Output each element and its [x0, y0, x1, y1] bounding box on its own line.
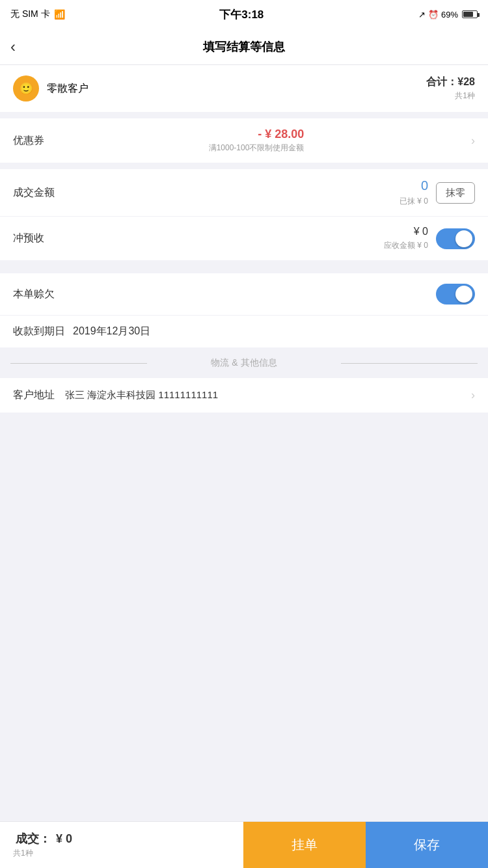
toggle-thumb	[455, 230, 472, 247]
address-value: 张三 海淀永丰科技园 11111111111	[65, 389, 461, 401]
alarm-icon: ⏰	[428, 10, 439, 20]
logistics-header: 物流 & 其他信息	[0, 347, 488, 378]
address-label: 客户地址	[13, 388, 55, 402]
due-date-label: 收款到期日	[13, 325, 65, 338]
bottom-count: 共1种	[13, 848, 230, 859]
total-count: 共1种	[426, 90, 475, 102]
prepay-input-area: ¥ 0 应收金额 ¥ 0	[384, 226, 428, 251]
transaction-label: 成交金额	[13, 186, 55, 200]
debt-label: 本单赊欠	[13, 288, 55, 301]
prepay-label: 冲预收	[13, 232, 44, 245]
debt-section: 本单赊欠 收款到期日 2019年12月30日	[0, 273, 488, 347]
address-chevron: ›	[471, 388, 475, 402]
toggle-track	[436, 228, 475, 249]
customer-row: 🙂 零散客户 合计：¥28 共1种	[0, 65, 488, 112]
transaction-section: 成交金额 0 已抹 ¥ 0 抹零 冲预收 ¥ 0 应收金额 ¥ 0	[0, 169, 488, 260]
bottom-info: 成交： ¥ 0 共1种	[0, 831, 243, 859]
coupon-chevron: ›	[471, 134, 475, 148]
debt-toggle-track	[436, 284, 475, 305]
debt-row: 本单赊欠	[0, 273, 488, 315]
sim-status: 无 SIM 卡	[10, 8, 50, 20]
coupon-value: - ¥ 28.00	[258, 128, 304, 141]
divider-1	[0, 267, 488, 273]
transaction-input-area: 0 已抹 ¥ 0	[400, 178, 428, 207]
round-button[interactable]: 抹零	[436, 182, 475, 204]
prepay-value: ¥ 0	[414, 226, 428, 237]
prepay-row: 冲预收 ¥ 0 应收金额 ¥ 0	[0, 216, 488, 260]
due-date-row: 收款到期日 2019年12月30日	[0, 315, 488, 347]
customer-right: 合计：¥28 共1种	[426, 75, 475, 102]
avatar: 🙂	[13, 75, 39, 102]
empty-area	[0, 413, 488, 543]
prepay-right: ¥ 0 应收金额 ¥ 0	[384, 226, 475, 251]
status-time: 下午3:18	[219, 7, 264, 22]
status-right: ↗ ⏰ 69%	[418, 10, 478, 20]
hold-button[interactable]: 挂单	[243, 822, 366, 869]
transaction-row: 成交金额 0 已抹 ¥ 0 抹零	[0, 169, 488, 216]
coupon-sub: 满1000-100不限制使用金额	[209, 142, 305, 154]
prepay-toggle[interactable]	[436, 228, 475, 249]
content: 🙂 零散客户 合计：¥28 共1种 优惠券 - ¥ 28.00 满1000-10…	[0, 65, 488, 595]
save-button[interactable]: 保存	[366, 822, 488, 869]
wifi-icon: 📶	[54, 9, 65, 20]
debt-toggle-thumb	[455, 286, 472, 303]
address-row[interactable]: 客户地址 张三 海淀永丰科技园 11111111111 ›	[0, 378, 488, 413]
due-date-value: 2019年12月30日	[73, 325, 150, 338]
bottom-deal: 成交： ¥ 0	[13, 831, 230, 847]
status-bar: 无 SIM 卡 📶 下午3:18 ↗ ⏰ 69%	[0, 0, 488, 29]
transaction-sub: 已抹 ¥ 0	[400, 196, 428, 207]
prepay-sub: 应收金额 ¥ 0	[384, 240, 428, 251]
logistics-header-text: 物流 & 其他信息	[211, 357, 277, 368]
coupon-row[interactable]: 优惠券 - ¥ 28.00 满1000-100不限制使用金额 ›	[0, 118, 488, 163]
coupon-label: 优惠券	[13, 134, 44, 148]
page-title: 填写结算等信息	[203, 39, 285, 55]
transaction-right: 0 已抹 ¥ 0 抹零	[400, 178, 475, 207]
transaction-value[interactable]: 0	[421, 178, 428, 193]
total-label: 合计：¥28	[426, 75, 475, 89]
coupon-right: - ¥ 28.00 满1000-100不限制使用金额	[209, 128, 305, 154]
location-icon: ↗	[418, 10, 426, 20]
nav-bar: ‹ 填写结算等信息	[0, 29, 488, 65]
coupon-section: 优惠券 - ¥ 28.00 满1000-100不限制使用金额 ›	[0, 118, 488, 163]
customer-name: 零散客户	[47, 82, 88, 96]
status-left: 无 SIM 卡 📶	[10, 8, 65, 20]
address-section: 客户地址 张三 海淀永丰科技园 11111111111 ›	[0, 378, 488, 413]
customer-section: 🙂 零散客户 合计：¥28 共1种	[0, 65, 488, 112]
back-button[interactable]: ‹	[10, 38, 16, 56]
debt-toggle[interactable]	[436, 284, 475, 305]
battery-percent: 69%	[441, 10, 458, 20]
bottom-bar: 成交： ¥ 0 共1种 挂单 保存	[0, 821, 488, 868]
customer-left: 🙂 零散客户	[13, 75, 88, 102]
battery-icon	[462, 10, 478, 18]
